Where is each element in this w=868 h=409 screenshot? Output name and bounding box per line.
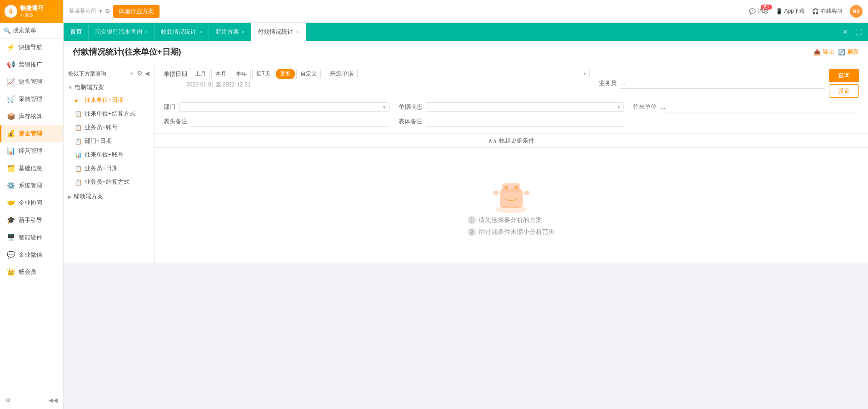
- tab-home-label: 首页: [70, 28, 82, 36]
- export-btn[interactable]: 📤 导出: [813, 48, 834, 56]
- maximize-btn[interactable]: ⛶: [853, 27, 864, 36]
- partner-input[interactable]: [660, 101, 859, 112]
- dept-select[interactable]: ▾: [179, 102, 389, 112]
- sidebar-item-cooperation[interactable]: 🤝 企业协同: [0, 194, 63, 212]
- online-service-btn[interactable]: 🎧 在线客服: [812, 7, 843, 15]
- sidebar-item-label: 经营管理: [19, 147, 42, 155]
- date-btn-this-month[interactable]: 本月: [211, 69, 230, 79]
- tab-bank-flow-close[interactable]: ×: [145, 29, 148, 35]
- dept-label: 部门: [164, 103, 175, 111]
- sidebar-item-marketing[interactable]: 📢 营销推广: [0, 56, 63, 73]
- trial-industry-btn[interactable]: 体验行业方案: [113, 5, 160, 18]
- settings-btn[interactable]: 设置: [829, 84, 859, 98]
- sidebar-item-finance[interactable]: 💰 资金管理: [0, 125, 63, 142]
- sidebar-item-label: 采购管理: [19, 95, 42, 103]
- refresh-btn[interactable]: 🔄 刷新: [838, 48, 859, 56]
- scheme-item-partner-account[interactable]: 📊 往来单位+账号: [64, 148, 154, 162]
- sidebar-item-guide[interactable]: 🎓 新手引导: [0, 212, 63, 229]
- date-btn-this-year[interactable]: 本年: [232, 69, 251, 79]
- sidebar-item-wechat[interactable]: 💬 企业微信: [0, 246, 63, 263]
- page-title: 付款情况统计(往来单位+日期): [73, 46, 181, 57]
- settings-footer-btn[interactable]: ⚙: [4, 395, 13, 405]
- salesperson-input[interactable]: [620, 78, 825, 89]
- sidebar-item-inventory[interactable]: 📦 库存核算: [0, 108, 63, 125]
- main-right-area: 单据日期 上月 本月 本年 近7天 更多 自定义: [155, 63, 868, 263]
- query-btn[interactable]: 查询: [829, 69, 859, 82]
- sidebar-item-operation[interactable]: 📊 经营管理: [0, 142, 63, 160]
- add-scheme-btn[interactable]: ＋: [129, 70, 135, 78]
- topbar-settings-btn[interactable]: ⚙: [105, 8, 110, 15]
- tab-receipt-stats[interactable]: 收款情况统计 ×: [155, 23, 209, 41]
- dept-arrow-icon: ▾: [383, 105, 385, 110]
- table-body-note-field: 表体备注: [399, 116, 624, 127]
- scheme-item-partner-settle[interactable]: 📋 往来单位+结算方式: [64, 107, 154, 121]
- date-btn-7days[interactable]: 近7天: [252, 69, 274, 79]
- sidebar-item-sales[interactable]: 📈 销售管理: [0, 73, 63, 91]
- svg-rect-6: [524, 191, 529, 195]
- tab-new-scheme-label: 新建方案: [215, 28, 239, 36]
- sidebar-item-quick-nav[interactable]: ⚡ 快捷导航: [0, 39, 63, 56]
- quick-nav-icon: ⚡: [7, 43, 15, 51]
- date-btn-custom[interactable]: 自定义: [296, 69, 321, 79]
- scheme-chart-icon: 📊: [75, 151, 82, 158]
- empty-filter-cell: [633, 116, 859, 127]
- tab-bank-flow[interactable]: 现金银行流水查询 ×: [89, 23, 155, 41]
- scheme-item-partner-date[interactable]: ● 往来单位+日期: [64, 93, 154, 107]
- table-head-note-input[interactable]: [191, 116, 389, 127]
- tab-new-scheme-close[interactable]: ×: [242, 29, 244, 35]
- collapse-panel-btn[interactable]: ◀: [145, 70, 150, 78]
- system-icon: ⚙️: [7, 182, 15, 190]
- scheme-item-staff-settle[interactable]: 📋 业务员+结算方式: [64, 175, 154, 189]
- search-menu-label: 搜索菜单: [13, 26, 36, 35]
- message-icon: 💬: [749, 8, 756, 15]
- filter-bar: 单据日期 上月 本月 本年 近7天 更多 自定义: [155, 63, 868, 148]
- mobile-schemes: ▶ 移动端方案: [64, 191, 154, 202]
- scheme-item-staff-date[interactable]: 📋 业务员+日期: [64, 162, 154, 175]
- sidebar-item-label: 基础信息: [19, 164, 42, 172]
- sidebar-item-hardware[interactable]: 🖥️ 智能硬件: [0, 229, 63, 246]
- sidebar-item-system[interactable]: ⚙️ 系统管理: [0, 177, 63, 194]
- bill-status-arrow-icon: ▾: [618, 105, 620, 110]
- scheme-item-label: 往来单位+结算方式: [85, 110, 135, 118]
- messages-btn[interactable]: 💬 消息 99+: [749, 7, 768, 15]
- desktop-schemes-header[interactable]: ▼ 电脑端方案: [64, 81, 154, 93]
- tab-payment-stats-label: 付款情况统计: [258, 28, 293, 36]
- tab-receipt-stats-close[interactable]: ×: [199, 29, 202, 35]
- source-bill-field: 来源单据 ▾: [330, 69, 590, 78]
- company-dropdown-btn[interactable]: ▾: [99, 8, 102, 15]
- sidebar-item-basic-info[interactable]: 🗂️ 基础信息: [0, 160, 63, 177]
- partner-label: 往来单位: [633, 103, 657, 111]
- tab-payment-stats-close[interactable]: ×: [296, 29, 299, 35]
- tab-new-scheme[interactable]: 新建方案 ×: [209, 23, 251, 41]
- table-body-note-input[interactable]: [426, 116, 624, 127]
- scheme-item-dept-date[interactable]: 📋 部门+日期: [64, 134, 154, 148]
- source-bill-select[interactable]: ▾: [357, 69, 590, 78]
- date-btn-last-month[interactable]: 上月: [191, 69, 210, 79]
- page-actions: 📤 导出 🔄 刷新: [813, 48, 859, 56]
- sidebar-item-purchase[interactable]: 🛒 采购管理: [0, 91, 63, 108]
- desktop-arrow-icon: ▼: [68, 85, 73, 90]
- messages-badge: 99+: [761, 5, 772, 10]
- dept-field: 部门 ▾: [164, 101, 389, 112]
- collapse-more-btn[interactable]: ∧∧ 收起更多条件: [155, 133, 868, 147]
- date-field: 单据日期 上月 本月 本年 近7天 更多 自定义: [164, 69, 321, 89]
- tab-payment-stats[interactable]: 付款情况统计 ×: [251, 23, 305, 41]
- tab-bank-flow-label: 现金银行流水查询: [95, 28, 142, 36]
- bill-status-select[interactable]: ▾: [426, 102, 624, 112]
- close-all-tabs-btn[interactable]: ✕: [840, 27, 851, 36]
- mobile-schemes-header[interactable]: ▶ 移动端方案: [64, 191, 154, 202]
- user-avatar[interactable]: Rit: [850, 5, 863, 18]
- tab-home[interactable]: 首页: [64, 23, 89, 41]
- collapse-sidebar-btn[interactable]: ◀◀: [47, 395, 60, 405]
- empty-icon: [489, 175, 534, 212]
- date-btn-more[interactable]: 更多: [276, 69, 295, 79]
- app-download-btn[interactable]: 📱 App下载: [776, 7, 805, 15]
- page-header: 付款情况统计(往来单位+日期) 📤 导出 🔄 刷新: [64, 41, 868, 63]
- empty-robot-svg: [489, 175, 534, 216]
- scheme-table-icon5: 📋: [75, 179, 82, 186]
- date-label: 单据日期: [164, 70, 187, 78]
- scheme-item-staff-account[interactable]: 📋 业务员+账号: [64, 121, 154, 134]
- search-menu[interactable]: 🔍 搜索菜单: [0, 23, 63, 39]
- sidebar-item-vip[interactable]: 👑 畅会员: [0, 263, 63, 281]
- scheme-settings-btn[interactable]: ⚙: [137, 70, 143, 78]
